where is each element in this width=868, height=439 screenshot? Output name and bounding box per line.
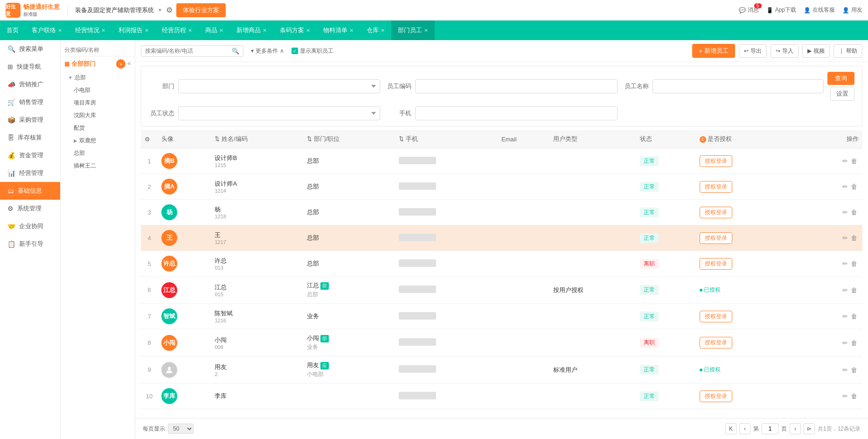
import-button[interactable]: ↪ 导入 xyxy=(771,44,799,58)
page-input[interactable] xyxy=(762,423,778,434)
col-phone[interactable]: ⇅ 手机 xyxy=(395,130,498,148)
dept-add-icon[interactable]: + xyxy=(116,59,125,69)
tab-operation-history[interactable]: 经营历程 ✕ xyxy=(155,21,199,40)
filter-search-input[interactable] xyxy=(145,48,230,54)
delete-icon-7[interactable]: 🗑 xyxy=(849,339,859,347)
user-menu[interactable]: 👤 用友 xyxy=(842,6,862,14)
settings-icon[interactable]: ⚙ xyxy=(166,6,173,14)
delete-icon-5[interactable]: 🗑 xyxy=(849,286,859,294)
sidebar-item-search[interactable]: 🔍 搜索菜单 xyxy=(0,40,60,58)
dept-select[interactable] xyxy=(178,79,380,93)
tab-warehouse-close[interactable]: ✕ xyxy=(381,28,385,34)
tab-operation-status[interactable]: 经营情况 ✕ xyxy=(69,21,112,40)
tab-warehouse[interactable]: 仓库 ✕ xyxy=(360,21,391,40)
tab-profit-report-close[interactable]: ✕ xyxy=(145,28,149,34)
tab-customer[interactable]: 客户联络 ✕ xyxy=(25,21,69,40)
dept-search-input[interactable] xyxy=(64,47,134,53)
tab-bom-close[interactable]: ✕ xyxy=(349,28,354,34)
auth-button-1[interactable]: 授权登录 xyxy=(700,181,732,193)
tab-bom[interactable]: 物料清单 ✕ xyxy=(317,21,360,40)
tab-add-goods-close[interactable]: ✕ xyxy=(263,28,267,34)
edit-icon-4[interactable]: ✏ xyxy=(841,260,849,267)
tab-customer-close[interactable]: ✕ xyxy=(58,28,62,34)
search-button[interactable]: 查询 xyxy=(827,72,854,85)
help-button[interactable]: ｜ 帮助 xyxy=(833,44,862,58)
message-button[interactable]: 💬 消息 5 xyxy=(739,6,759,14)
auth-button-6[interactable]: 授权登录 xyxy=(700,311,732,322)
sidebar-item-finance[interactable]: 💰 资金管理 xyxy=(0,146,60,164)
sidebar-item-operation[interactable]: 📊 经营管理 xyxy=(0,164,60,182)
trial-button[interactable]: 体验行业方案 xyxy=(176,3,226,17)
auth-button-4[interactable]: 授权登录 xyxy=(700,258,732,270)
delete-icon-3[interactable]: 🗑 xyxy=(849,234,859,242)
page-last-btn[interactable]: ⊳ xyxy=(804,423,815,434)
emp-code-input[interactable] xyxy=(415,79,617,93)
col-name[interactable]: ⇅ 姓名/编码 xyxy=(211,130,303,148)
sidebar-item-collab[interactable]: 🤝 企业协同 xyxy=(0,217,60,235)
page-prev-btn[interactable]: ‹ xyxy=(739,423,750,434)
dept-node-xiangmu[interactable]: 项目库房 xyxy=(61,97,135,109)
online-service-button[interactable]: 👤 在线客服 xyxy=(804,6,835,14)
page-next-btn[interactable]: › xyxy=(790,423,801,434)
auth-button-2[interactable]: 授权登录 xyxy=(700,207,732,218)
emp-name-input[interactable] xyxy=(653,79,824,93)
page-size-select[interactable]: 50 100 200 xyxy=(168,424,194,434)
sidebar-item-inventory[interactable]: 🗄 库存核算 xyxy=(0,129,60,146)
dept-node-zongbu[interactable]: 总部 xyxy=(61,147,135,160)
edit-icon-5[interactable]: ✏ xyxy=(841,286,849,294)
sidebar-item-basic[interactable]: 🗂 基础信息 xyxy=(0,182,60,200)
tab-dept-staff-close[interactable]: ✕ xyxy=(424,28,428,34)
show-resigned-checkbox[interactable]: ✓ xyxy=(292,48,298,54)
tab-add-goods[interactable]: 新增商品 ✕ xyxy=(230,21,273,40)
sidebar-item-marketing[interactable]: 📣 营销推广 xyxy=(0,76,60,93)
edit-icon-7[interactable]: ✏ xyxy=(841,339,849,347)
tab-dept-staff[interactable]: 部门员工 ✕ xyxy=(391,21,435,40)
auth-button-0[interactable]: 授权登录 xyxy=(700,155,732,167)
sidebar-item-purchase[interactable]: 📦 采购管理 xyxy=(0,111,60,129)
delete-icon-1[interactable]: 🗑 xyxy=(849,183,859,190)
delete-icon-0[interactable]: 🗑 xyxy=(849,157,859,165)
dept-node-peihuo[interactable]: 配货 xyxy=(61,122,135,134)
dept-node-xiaodian[interactable]: 小电部 xyxy=(61,84,135,97)
col-settings[interactable]: ⚙ xyxy=(141,130,158,148)
edit-icon-8[interactable]: ✏ xyxy=(841,366,849,374)
tab-operation-status-close[interactable]: ✕ xyxy=(101,28,105,34)
dept-node-shuanglu[interactable]: ▶ 双鹿想 xyxy=(61,134,135,147)
emp-status-select[interactable] xyxy=(178,106,380,120)
tab-barcode[interactable]: 条码方案 ✕ xyxy=(273,21,317,40)
edit-icon-0[interactable]: ✏ xyxy=(841,157,849,165)
tab-goods[interactable]: 商品 ✕ xyxy=(199,21,230,40)
auth-button-7[interactable]: 授权登录 xyxy=(700,337,732,348)
app-download-button[interactable]: 📱 App下载 xyxy=(766,6,796,14)
auth-button-3[interactable]: 授权登录 xyxy=(700,232,732,244)
delete-icon-4[interactable]: 🗑 xyxy=(849,260,859,267)
dept-node-zongbu-root[interactable]: ▼ 总部 xyxy=(61,71,135,84)
sidebar-item-sales[interactable]: 🛒 销售管理 xyxy=(0,93,60,111)
export-button[interactable]: ↩ 导出 xyxy=(739,44,767,58)
edit-icon-6[interactable]: ✏ xyxy=(841,313,849,320)
col-dept[interactable]: ⇅ 部门/职位 xyxy=(303,130,395,148)
phone-input[interactable] xyxy=(415,106,617,120)
dept-collapse-btn[interactable]: « xyxy=(127,59,131,69)
edit-icon-9[interactable]: ✏ xyxy=(841,392,849,400)
dept-node-shenyang[interactable]: 沈阳大库 xyxy=(61,109,135,122)
page-first-btn[interactable]: K xyxy=(725,423,736,434)
edit-icon-1[interactable]: ✏ xyxy=(841,183,849,190)
edit-icon-2[interactable]: ✏ xyxy=(841,209,849,216)
delete-icon-8[interactable]: 🗑 xyxy=(849,366,859,374)
edit-icon-3[interactable]: ✏ xyxy=(841,234,849,242)
sidebar-item-guide[interactable]: 📋 新手引导 xyxy=(0,235,60,253)
auth-button-9[interactable]: 授权登录 xyxy=(700,390,732,402)
tab-operation-history-close[interactable]: ✕ xyxy=(188,28,192,34)
tab-profit-report[interactable]: 利润报告 ✕ xyxy=(112,21,155,40)
more-filter-button[interactable]: ▾ 更多条件 ∧ xyxy=(247,45,288,57)
delete-icon-6[interactable]: 🗑 xyxy=(849,313,859,320)
video-button[interactable]: ▶ 视频 xyxy=(802,44,830,58)
reset-button[interactable]: 设置 xyxy=(830,87,854,101)
tab-barcode-close[interactable]: ✕ xyxy=(306,28,310,34)
delete-icon-9[interactable]: 🗑 xyxy=(849,392,859,400)
sidebar-item-system[interactable]: ⚙ 系统管理 xyxy=(0,200,60,217)
tab-goods-close[interactable]: ✕ xyxy=(219,28,223,34)
delete-icon-2[interactable]: 🗑 xyxy=(849,209,859,216)
dept-node-anchenwang[interactable]: 插树王二 xyxy=(61,160,135,172)
